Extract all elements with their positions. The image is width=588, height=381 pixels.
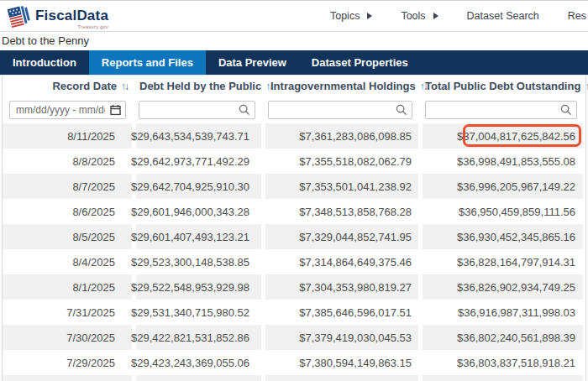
cell-record-date: 7/31/2025 — [3, 300, 132, 325]
tab-bar: Introduction Reports and Files Data Prev… — [0, 50, 588, 75]
cell-total-debt-value: $36,996,205,967,149.22 — [457, 180, 575, 193]
cell-total-debt-value: $36,950,459,859,111.56 — [459, 206, 575, 218]
cell-record-date: 8/11/2025 — [3, 123, 132, 149]
table-row[interactable]: 8/8/2025 $29,642,973,771,492.29 $7,355,5… — [3, 149, 585, 174]
cell-total-debt: $36,996,205,967,149.22 — [418, 174, 583, 199]
page-title: Debt to the Penny — [0, 32, 588, 50]
nav-label: Tools — [401, 10, 425, 22]
table-filter-row — [3, 96, 585, 123]
table-row[interactable]: 8/1/2025 $29,522,548,953,929.98 $7,304,3… — [3, 274, 585, 300]
flag-logo-icon — [7, 4, 32, 28]
total-debt-search-input[interactable] — [425, 101, 577, 119]
cell-total-debt: $36,930,452,345,865.16 — [418, 224, 583, 249]
cell-debt-held: $29,642,704,925,910.30 — [132, 174, 261, 199]
site-header: FiscalData Treasury.gov Topics Tools Dat… — [0, 1, 588, 32]
column-label: Intragovernmental Holdings — [270, 80, 416, 92]
cell-record-date: 8/5/2025 — [3, 224, 132, 249]
column-header-debt-held[interactable]: Debt Held by the Public — [132, 80, 261, 92]
cell-total-debt: $37,004,817,625,842.56 — [418, 123, 583, 149]
cell-debt-held: $29,423,243,369,055.06 — [132, 350, 261, 375]
table-body: 8/11/2025 $29,643,534,539,743.71 $7,361,… — [0, 123, 588, 375]
brand-tagline: Treasury.gov — [78, 24, 108, 29]
cell-total-debt-value: $36,998,491,853,555.08 — [457, 155, 575, 168]
search-icon[interactable] — [560, 104, 572, 116]
nav-label: Topics — [330, 10, 360, 22]
cell-total-debt: $36,998,491,853,555.08 — [418, 149, 583, 174]
top-nav: Topics Tools Dataset Search Res — [330, 10, 588, 22]
table-header-row: Record Date Debt Held by the Public Intr… — [3, 76, 585, 96]
cell-debt-held: $29,422,821,531,852.86 — [132, 325, 261, 350]
cell-debt-held: $29,601,407,493,123.21 — [132, 224, 261, 249]
cell-record-date: 8/8/2025 — [3, 149, 132, 174]
calendar-icon[interactable] — [110, 104, 121, 115]
cell-intragovernmental: $7,380,594,149,863.15 — [261, 350, 418, 375]
cell-total-debt: $36,826,902,934,749.25 — [418, 274, 583, 300]
column-header-total-debt[interactable]: Total Public Debt Outstanding — [418, 80, 583, 92]
cell-record-date: 8/7/2025 — [3, 174, 132, 199]
search-icon[interactable] — [239, 104, 250, 116]
cell-record-date: 8/1/2025 — [3, 274, 132, 300]
caret-right-icon — [433, 13, 438, 19]
tab-reports-and-files[interactable]: Reports and Files — [89, 50, 206, 75]
table-row[interactable]: 8/6/2025 $29,601,946,000,343.28 $7,348,5… — [3, 199, 585, 224]
cell-intragovernmental: $7,348,513,858,768.28 — [261, 199, 418, 224]
cell-debt-held: $29,522,548,953,929.98 — [132, 274, 261, 300]
table-row[interactable]: 7/30/2025 $29,422,821,531,852.86 $7,379,… — [3, 325, 585, 350]
cell-total-debt: $36,802,240,561,898.39 — [418, 325, 583, 350]
cell-intragovernmental: $7,314,864,649,375.46 — [261, 249, 418, 274]
search-icon[interactable] — [396, 104, 407, 116]
cell-total-debt-value: $36,826,902,934,749.25 — [457, 281, 575, 294]
cell-intragovernmental: $7,353,501,041,238.92 — [261, 174, 418, 199]
nav-item-topics[interactable]: Topics — [330, 10, 372, 22]
tab-introduction[interactable]: Introduction — [0, 50, 89, 75]
table-row[interactable]: 7/31/2025 $29,531,340,715,980.52 $7,385,… — [3, 300, 585, 325]
filter-cell-debt-held — [132, 101, 261, 119]
date-range-input[interactable] — [9, 101, 126, 119]
cell-total-debt: $36,950,459,859,111.56 — [418, 199, 583, 224]
cell-total-debt-value: $36,930,452,345,865.16 — [457, 231, 575, 243]
column-label: Record Date — [52, 80, 117, 92]
nav-item-tools[interactable]: Tools — [401, 10, 438, 22]
nav-label: Res — [568, 10, 586, 22]
table-row-partial — [3, 375, 585, 381]
table-row[interactable]: 8/7/2025 $29,642,704,925,910.30 $7,353,5… — [3, 174, 585, 199]
intragovernmental-search-input[interactable] — [268, 101, 412, 119]
cell-debt-held: $29,601,946,000,343.28 — [132, 199, 261, 224]
cell-total-debt-value: $36,802,240,561,898.39 — [457, 331, 575, 344]
sort-icon[interactable] — [585, 81, 588, 92]
cell-debt-held: $29,523,300,148,538.85 — [132, 249, 261, 274]
cell-debt-held: $29,642,973,771,492.29 — [132, 149, 261, 174]
tab-dataset-properties[interactable]: Dataset Properties — [299, 50, 421, 75]
cell-intragovernmental: $7,385,646,596,017.51 — [261, 300, 418, 325]
brand-name: FiscalData — [35, 8, 108, 23]
data-table: Record Date Debt Held by the Public Intr… — [0, 75, 588, 381]
fiscaldata-logo[interactable]: FiscalData Treasury.gov — [7, 4, 108, 28]
cell-intragovernmental: $7,379,419,030,045.53 — [261, 325, 418, 350]
cell-record-date: 8/6/2025 — [3, 199, 132, 224]
cell-total-debt-value: $37,004,817,625,842.56 — [457, 130, 575, 143]
filter-cell-intragovernmental — [261, 101, 418, 119]
filter-cell-total-debt — [418, 101, 583, 119]
cell-intragovernmental: $7,361,283,086,098.85 — [261, 123, 418, 149]
cell-total-debt-value: $36,803,837,518,918.21 — [457, 357, 575, 369]
nav-item-resources-truncated[interactable]: Res — [568, 10, 586, 22]
cell-debt-held: $29,531,340,715,980.52 — [132, 300, 261, 325]
column-header-intragovernmental[interactable]: Intragovernmental Holdings — [261, 80, 418, 92]
cell-total-debt: $36,828,164,797,914.31 — [418, 249, 583, 274]
column-label: Total Public Debt Outstanding — [425, 80, 580, 92]
table-row[interactable]: 8/5/2025 $29,601,407,493,123.21 $7,329,0… — [3, 224, 585, 249]
sort-icon[interactable] — [121, 81, 128, 92]
tab-data-preview[interactable]: Data Preview — [206, 50, 299, 75]
table-row[interactable]: 8/4/2025 $29,523,300,148,538.85 $7,314,8… — [3, 249, 585, 274]
filter-cell-date — [3, 101, 132, 119]
table-row[interactable]: 8/11/2025 $29,643,534,539,743.71 $7,361,… — [3, 123, 585, 149]
nav-item-dataset-search[interactable]: Dataset Search — [467, 10, 539, 22]
table-row[interactable]: 7/29/2025 $29,423,243,369,055.06 $7,380,… — [3, 350, 585, 375]
cell-total-debt: $36,916,987,311,998.03 — [418, 300, 583, 325]
column-label: Debt Held by the Public — [139, 80, 261, 92]
nav-label: Dataset Search — [467, 10, 539, 22]
cell-intragovernmental: $7,355,518,082,062.79 — [261, 149, 418, 174]
cell-record-date: 7/29/2025 — [3, 350, 132, 375]
column-header-record-date[interactable]: Record Date — [3, 80, 132, 92]
cell-debt-held: $29,643,534,539,743.71 — [132, 123, 261, 149]
